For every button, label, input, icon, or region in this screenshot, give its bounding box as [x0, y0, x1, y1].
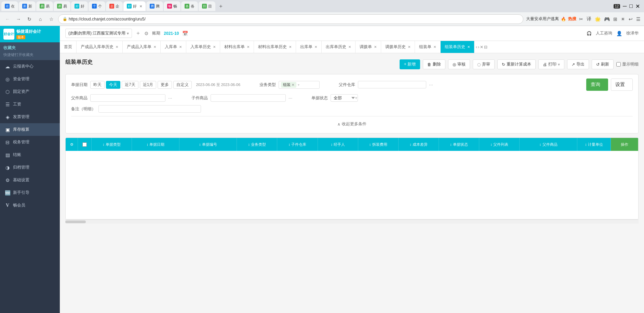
parent-goods-input[interactable]: [90, 94, 165, 102]
scroll-left-icon[interactable]: ‹: [476, 45, 477, 49]
th-business-type[interactable]: ↕ 业务类型: [237, 138, 277, 151]
nav-tab-close-8[interactable]: ✕: [374, 45, 377, 49]
recalculate-button[interactable]: ↻ 重新计算成本: [497, 59, 536, 69]
th-unit[interactable]: ↕ 计量单位: [577, 138, 611, 151]
nav-tab-10[interactable]: 组装单 ✕: [415, 41, 441, 53]
bookmark-button[interactable]: ☆: [47, 15, 55, 23]
tag-close-icon[interactable]: ✕: [292, 83, 294, 87]
emoji-icon[interactable]: 🌟: [595, 16, 601, 22]
nav-tab-7[interactable]: 出库单历史 ✕: [322, 41, 355, 53]
close-all-tabs-icon[interactable]: ✕: [480, 45, 483, 49]
tab-options-icon[interactable]: ⊟: [484, 45, 487, 49]
sidebar-item-vip[interactable]: V 畅会员: [0, 199, 60, 212]
service-label[interactable]: 人工咨询: [596, 30, 612, 36]
query-button[interactable]: 查询: [586, 79, 608, 91]
grid-icon[interactable]: ⊞: [613, 16, 617, 22]
sidebar-item-inventory[interactable]: ▣ 库存核算: [0, 123, 60, 136]
undo-icon[interactable]: ↩: [629, 16, 633, 22]
nav-tab-close-4[interactable]: ✕: [247, 45, 250, 49]
browser-tab-4[interactable]: 易 易: [54, 1, 70, 11]
nav-tab-3[interactable]: 入库单历史 ✕: [186, 41, 220, 53]
business-type-input[interactable]: 组装 ✕ ▾: [279, 81, 320, 89]
th-handler[interactable]: ↕ 经手人: [318, 138, 358, 151]
sidebar-item-fixed-assets[interactable]: ⬡ 固定资产: [0, 85, 60, 98]
nav-tab-0[interactable]: 产成品入库单历史 ✕: [77, 41, 123, 53]
nav-tab-close-7[interactable]: ✕: [348, 45, 351, 49]
browser-tab-9[interactable]: 腾 腾: [146, 1, 163, 11]
nav-tab-close-2[interactable]: ✕: [179, 45, 182, 49]
parent-warehouse-more-icon[interactable]: ···: [429, 82, 433, 87]
tag-dropdown-icon[interactable]: ▾: [298, 83, 299, 87]
date-btn-yesterday[interactable]: 昨天: [90, 81, 105, 89]
maximize-button[interactable]: □: [629, 3, 633, 9]
parent-goods-more-icon[interactable]: ···: [168, 95, 172, 101]
th-parent-goods[interactable]: ↕ 父件商品: [520, 138, 577, 151]
browser-tab-10[interactable]: 畅 畅: [164, 1, 180, 11]
scroll-thumb[interactable]: [65, 220, 86, 223]
browser-tab-5[interactable]: 好 好: [71, 1, 88, 11]
print-button[interactable]: 🖨 打印 ▾: [538, 59, 564, 69]
nav-tab-home[interactable]: 首页: [60, 41, 77, 53]
th-checkbox[interactable]: [78, 138, 92, 151]
nav-tab-close-3[interactable]: ✕: [213, 45, 216, 49]
browser-tab-6[interactable]: 个 个: [89, 1, 105, 11]
horizontal-scrollbar[interactable]: [65, 219, 639, 224]
remark-input[interactable]: [98, 105, 201, 113]
sidebar-item-basic-settings[interactable]: ⚙ 基础设置: [0, 174, 60, 186]
th-bill-date[interactable]: ↕ 单据日期: [132, 138, 179, 151]
date-btn-today[interactable]: 今天: [106, 81, 120, 89]
home-button[interactable]: ⌂: [36, 15, 44, 23]
nav-tab-6[interactable]: 出库单 ✕: [296, 41, 322, 53]
scissors-icon[interactable]: ✂: [579, 16, 583, 22]
th-bill-type[interactable]: ↕ 单据类型: [92, 138, 132, 151]
browser-tab-1[interactable]: 在 在: [1, 1, 18, 11]
show-detail-checkbox[interactable]: 显示明细: [616, 61, 639, 67]
nav-tab-5[interactable]: 材料出库单历史 ✕: [254, 41, 296, 53]
select-all-checkbox[interactable]: [82, 142, 87, 147]
abandon-button[interactable]: ◌ 弃审: [473, 59, 495, 69]
th-bill-status[interactable]: ↕ 单据状态: [439, 138, 479, 151]
close-button[interactable]: ✕: [635, 3, 640, 10]
forward-button[interactable]: →: [14, 15, 23, 23]
refresh-button[interactable]: ↺ 刷新: [592, 59, 614, 69]
nav-tab-close-5[interactable]: ✕: [289, 45, 292, 49]
parent-warehouse-input[interactable]: [358, 81, 426, 88]
nav-tab-close-0[interactable]: ✕: [116, 45, 118, 49]
calendar-icon[interactable]: 📅: [182, 31, 188, 36]
add-icon[interactable]: ＋: [135, 30, 141, 37]
nav-tab-close-1[interactable]: ✕: [153, 45, 156, 49]
audit-button[interactable]: ◎ 审核: [448, 59, 470, 69]
sidebar-item-new-guide[interactable]: 🆕 新手引导: [0, 186, 60, 199]
sun-icon[interactable]: ☀: [621, 16, 625, 22]
nav-tab-2[interactable]: 入库单 ✕: [161, 41, 186, 53]
sidebar-item-archive-mgmt[interactable]: ◑ 归档管理: [0, 161, 60, 174]
date-btn-7days[interactable]: 近7天: [122, 81, 138, 89]
th-bill-no[interactable]: ↕ 单据编号: [179, 138, 237, 151]
refresh-button[interactable]: ↻: [25, 15, 33, 23]
back-button[interactable]: ←: [3, 15, 12, 23]
setting-button[interactable]: 设置: [611, 79, 633, 91]
game-icon[interactable]: 🎮: [604, 16, 610, 22]
sidebar-item-fund-mgmt[interactable]: ◎ 资金管理: [0, 73, 60, 85]
gear-icon[interactable]: ⚙: [144, 31, 149, 36]
date-btn-1month[interactable]: 近1月: [140, 81, 157, 89]
child-goods-input[interactable]: [211, 94, 286, 102]
delete-button[interactable]: 🗑 删除: [423, 59, 445, 69]
minimize-button[interactable]: ─: [623, 3, 627, 9]
browser-tab-3[interactable]: 易 易: [36, 1, 53, 11]
th-child-warehouse[interactable]: ↕ 子件仓库: [277, 138, 318, 151]
th-cost-diff[interactable]: ↕ 成本差异: [399, 138, 439, 151]
bill-status-select[interactable]: 全部 草稿 已审核: [331, 94, 358, 102]
th-settings[interactable]: ⚙: [66, 138, 78, 151]
menu-icon[interactable]: ☰: [636, 16, 641, 22]
collapse-button[interactable]: ∧ 收起更多条件: [71, 119, 633, 129]
sidebar-item-settlement[interactable]: ▤ 结账: [0, 148, 60, 161]
nav-tab-9[interactable]: 调拨单历史 ✕: [381, 41, 415, 53]
nav-tab-8[interactable]: 调拨单 ✕: [355, 41, 381, 53]
browser-tab-7[interactable]: 企 企: [106, 1, 123, 11]
date-btn-custom[interactable]: 自定义: [173, 81, 192, 89]
th-disassembly-fee[interactable]: ↕ 拆装费用: [358, 138, 399, 151]
translate-icon[interactable]: 译: [587, 16, 591, 22]
sidebar-item-payroll[interactable]: ☰ 工资: [0, 98, 60, 111]
sidebar-item-tax-mgmt[interactable]: ⊟ 税务管理: [0, 136, 60, 148]
